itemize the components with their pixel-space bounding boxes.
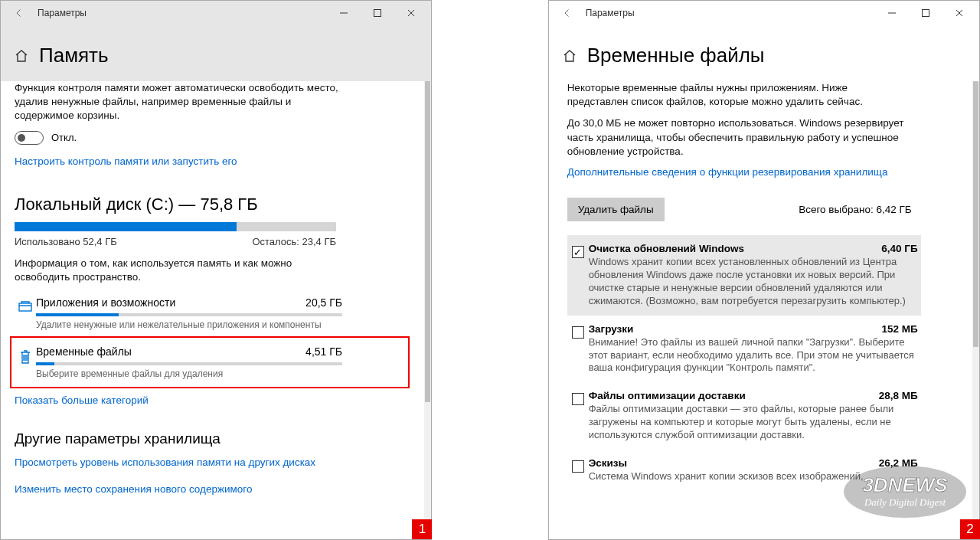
svg-rect-0 [374,10,381,17]
page-header: Временные файлы [549,25,979,81]
trash-icon [15,345,36,365]
reserve-info-link[interactable]: Дополнительные сведения о функции резерв… [567,166,888,178]
close-button[interactable] [394,2,428,25]
settings-window-temp-files: Параметры Временные файлы Некоторые врем… [548,0,980,540]
back-button[interactable] [555,1,580,25]
scrollbar[interactable] [972,81,979,539]
item-desc: Windows хранит копии всех установленных … [589,256,918,308]
step-marker-2: 2 [960,519,980,539]
window-title: Параметры [586,8,875,18]
apps-icon [15,296,36,315]
titlebar: Параметры [1,1,431,25]
checkbox[interactable] [572,393,584,405]
checkbox[interactable] [572,246,584,258]
category-apps[interactable]: Приложения и возможности 20,5 ГБ Удалите… [15,292,417,336]
other-storage-heading: Другие параметры хранилища [15,430,417,447]
item-title: Эскизы [589,457,627,469]
item-size: 152 МБ [881,323,917,335]
configure-sense-link[interactable]: Настроить контроль памяти или запустить … [15,155,237,167]
used-label: Использовано 52,4 ГБ [15,236,117,247]
category-sub: Выберите временные файлы для удаления [36,368,403,379]
item-title: Очистка обновлений Windows [589,243,744,254]
disk-heading: Локальный диск (C:) — 75,8 ГБ [15,195,417,214]
item-desc: Система Windows хранит копии эскизов все… [589,470,918,483]
change-save-location-link[interactable]: Изменить место сохранения нового содержи… [15,483,252,495]
category-name: Приложения и возможности [36,296,175,309]
free-label: Осталось: 23,4 ГБ [252,236,336,247]
item-size: 28,8 МБ [879,390,918,401]
minimize-button[interactable] [327,2,361,25]
home-icon[interactable] [561,48,578,64]
maximize-button[interactable] [361,2,394,25]
category-temp-files[interactable]: Временные файлы 4,51 ГБ Выберите временн… [10,336,410,388]
content-area: Некоторые временные файлы нужны приложен… [549,81,979,539]
temp-item-thumbnails[interactable]: Эскизы 26,2 МБ Система Windows хранит ко… [567,450,921,491]
checkbox[interactable] [572,326,584,339]
delete-files-button[interactable]: Удалить файлы [567,198,665,221]
close-button[interactable] [942,2,976,25]
settings-window-memory: Параметры Память Функция контроля памяти… [0,0,432,540]
sense-toggle[interactable] [15,131,44,145]
scrollbar[interactable] [424,81,431,539]
content-area: Функция контроля памяти может автоматиче… [1,81,431,539]
titlebar: Параметры [549,1,979,25]
disk-usage-bar [15,222,336,231]
item-size: 26,2 МБ [879,457,918,469]
toggle-label: Откл. [51,132,77,143]
category-name: Временные файлы [36,345,132,358]
intro-text: Функция контроля памяти может автоматиче… [15,81,344,123]
page-title: Память [39,44,109,67]
intro-text-2: До 30,0 МБ не может повторно использоват… [567,116,904,159]
category-size: 20,5 ГБ [305,296,342,309]
item-desc: Файлы оптимизации доставки — это файлы, … [589,403,918,442]
svg-text:Daily Digital Digest: Daily Digital Digest [864,496,946,508]
svg-rect-2 [923,10,929,17]
window-title: Параметры [38,8,327,18]
item-title: Файлы оптимизации доставки [589,390,746,401]
back-button[interactable] [7,1,31,25]
svg-rect-1 [19,303,31,311]
total-selected-label: Всего выбрано: 6,42 ГБ [799,204,911,215]
category-sub: Удалите ненужные или нежелательные прило… [36,319,417,330]
page-header: Память [1,25,431,81]
item-size: 6,40 ГБ [881,243,917,254]
maximize-button[interactable] [909,2,942,25]
usage-info: Информация о том, как используется памят… [15,257,336,284]
show-more-link[interactable]: Показать больше категорий [15,394,149,406]
other-disks-link[interactable]: Просмотреть уровень использования памяти… [15,457,315,468]
minimize-button[interactable] [875,2,909,25]
checkbox[interactable] [572,460,584,473]
item-title: Загрузки [589,323,634,335]
step-marker-1: 1 [412,519,432,539]
temp-item-delivery-optimization[interactable]: Файлы оптимизации доставки 28,8 МБ Файлы… [567,382,921,450]
intro-text-1: Некоторые временные файлы нужны приложен… [567,81,904,109]
home-icon[interactable] [13,48,30,64]
page-title: Временные файлы [587,44,765,67]
temp-item-windows-update-cleanup[interactable]: Очистка обновлений Windows 6,40 ГБ Windo… [567,235,921,316]
temp-item-downloads[interactable]: Загрузки 152 МБ Внимание! Это файлы из в… [567,316,921,383]
category-size: 4,51 ГБ [305,345,342,358]
item-desc: Внимание! Это файлы из вашей личной папк… [589,336,918,375]
